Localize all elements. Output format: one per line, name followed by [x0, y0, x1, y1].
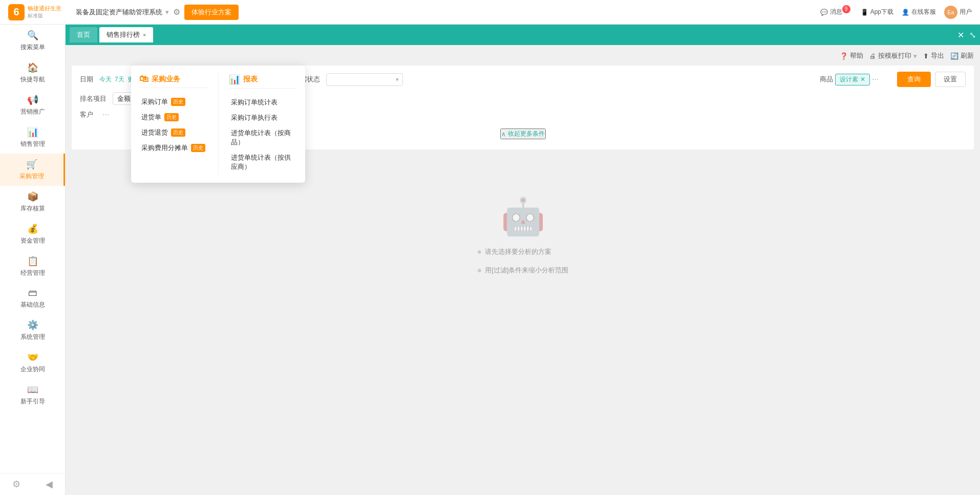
history-badge-4: 历史	[191, 144, 205, 152]
top-bar: 6 畅捷通好生意 标准版 装备及固定资产辅助管理系统 ▾ ⚙ 体验行业方案 💬 …	[0, 0, 980, 25]
collapse-btn[interactable]: ∧ 收起更多条件	[500, 128, 546, 139]
sidebar-item-collab[interactable]: 🤝 企业协同	[0, 347, 65, 379]
menu-item-goods-return-label: 进货退货	[141, 128, 168, 137]
sidebar-item-label: 库存核算	[20, 204, 45, 213]
menu-item-goods-receipt[interactable]: 进货单 历史	[139, 110, 208, 125]
notice-label: 消息	[830, 8, 842, 16]
collapse-icon: ∧	[501, 131, 506, 138]
top-bar-actions: 💬 消息 9 📱 App下载 👤 在线客服 Ea 用户	[820, 6, 972, 19]
tab-home-label: 首页	[77, 30, 90, 39]
system-title: 装备及固定资产辅助管理系统	[76, 8, 162, 17]
export-icon: ⬆	[923, 52, 929, 60]
tab-home[interactable]: 首页	[70, 27, 97, 42]
goods-tag-close[interactable]: ✕	[860, 76, 865, 83]
goods-label: 商品	[820, 75, 833, 84]
basic-info-icon: 🗃	[28, 288, 37, 298]
date-label: 日期	[80, 75, 93, 84]
menu-item-goods-return[interactable]: 进货退货 历史	[139, 125, 208, 140]
sidebar-item-sales[interactable]: 📊 销售管理	[0, 121, 65, 154]
purchase-menu-icon: 🛍	[139, 74, 148, 84]
logo-icon: 6	[8, 4, 25, 20]
goods-ellipsis-btn[interactable]: ···	[872, 75, 879, 84]
sidebar-item-label: 资金管理	[20, 236, 45, 245]
management-icon: 📋	[27, 255, 38, 267]
history-badge-1: 历史	[171, 98, 185, 106]
toolbar-area: ❓ 帮助 🖨 按模板打印 ▾ ⬆ 导出 🔄 刷新	[72, 51, 974, 60]
sidebar-item-label: 经营管理	[20, 269, 45, 277]
menu-item-goods-receipt-label: 进货单	[141, 113, 161, 122]
sidebar-item-label: 快捷导航	[20, 75, 45, 84]
print-dropdown-icon[interactable]: ▾	[913, 52, 917, 60]
collapse-sidebar-icon[interactable]: ◀	[46, 479, 53, 490]
history-badge-2: 历史	[164, 113, 179, 121]
menu-item-purchase-order-stats[interactable]: 采购订单统计表	[229, 95, 297, 110]
gear-icon[interactable]: ⚙	[173, 7, 180, 17]
menu-item-purchase-order-stats-label: 采购订单统计表	[231, 98, 278, 107]
query-action-area: 查询 设置	[897, 72, 966, 87]
app-download-btn[interactable]: 📱 App下载	[861, 8, 893, 16]
customer-ellipsis-btn[interactable]: ···	[102, 110, 109, 119]
query-btn[interactable]: 查询	[897, 72, 931, 87]
sidebar: 🔍 搜索菜单 🏠 快捷导航 📢 营销推广 📊 销售管理 🛒 采购管理 📦	[0, 25, 66, 495]
collab-icon: 🤝	[27, 352, 38, 363]
sidebar-item-label: 系统管理	[20, 333, 45, 341]
menu-item-purchase-order[interactable]: 采购订单 历史	[139, 94, 208, 110]
sidebar-item-nav[interactable]: 🏠 快捷导航	[0, 57, 65, 89]
notice-badge: 9	[842, 5, 850, 13]
tab-sales-ranking[interactable]: 销售排行榜 ×	[99, 27, 153, 42]
empty-hint-2-text: 用[过滤]条件来缩小分析范围	[485, 264, 568, 277]
print-icon: 🖨	[869, 52, 876, 60]
sidebar-item-inventory[interactable]: 📦 库存核算	[0, 186, 65, 218]
doc-status-select-wrap	[326, 73, 403, 86]
rank-label: 排名项目	[80, 94, 106, 103]
logo-area: 6 畅捷通好生意 标准版	[8, 4, 70, 20]
empty-illustration: 🤖	[501, 196, 545, 238]
menu-item-purchase-fee[interactable]: 采购费用分摊单 历史	[139, 140, 208, 156]
menu-item-goods-stats-by-supplier[interactable]: 进货单统计表（按供应商）	[229, 150, 297, 175]
date-shortcut-7days[interactable]: 7天	[115, 75, 124, 84]
sidebar-item-management[interactable]: 📋 经营管理	[0, 250, 65, 283]
purchase-icon: 🛒	[26, 159, 37, 170]
menu-item-goods-stats-by-goods[interactable]: 进货单统计表（按商品）	[229, 125, 297, 150]
user-btn[interactable]: Ea 用户	[944, 6, 972, 19]
notice-btn[interactable]: 💬 消息 9	[820, 8, 853, 16]
sidebar-item-search[interactable]: 🔍 搜索菜单	[0, 25, 65, 57]
search-icon: 🔍	[27, 30, 38, 41]
menu-item-purchase-fee-label: 采购费用分摊单	[141, 143, 188, 153]
menu-item-purchase-order-exec-label: 采购订单执行表	[231, 113, 278, 122]
tab-sales-ranking-label: 销售排行榜	[106, 30, 140, 39]
sidebar-item-purchase[interactable]: 🛒 采购管理	[0, 154, 65, 186]
export-btn[interactable]: ⬆ 导出	[923, 51, 944, 60]
sidebar-item-marketing[interactable]: 📢 营销推广	[0, 89, 65, 121]
date-shortcut-today[interactable]: 今天	[99, 75, 112, 84]
menu-col-reports-label: 报表	[243, 75, 258, 84]
industry-btn[interactable]: 体验行业方案	[184, 5, 239, 20]
tab-close-btn[interactable]: ×	[143, 32, 146, 38]
sidebar-item-basic-info[interactable]: 🗃 基础信息	[0, 283, 65, 314]
print-btn[interactable]: 🖨 按模板打印 ▾	[869, 51, 917, 60]
content-body: ❓ 帮助 🖨 按模板打印 ▾ ⬆ 导出 🔄 刷新	[66, 45, 980, 495]
doc-status-select[interactable]	[326, 73, 403, 86]
menu-col-reports: 📊 报表 采购订单统计表 采购订单执行表 进货单统计表（按商品）	[229, 74, 297, 175]
dropdown-arrow-icon[interactable]: ▾	[165, 8, 169, 16]
bullet-2: ●	[477, 262, 482, 278]
tab-close-icon[interactable]: ✕	[957, 30, 964, 40]
service-btn[interactable]: 👤 在线客服	[902, 8, 936, 16]
sidebar-item-guide[interactable]: 📖 新手引导	[0, 379, 65, 411]
menu-item-purchase-order-label: 采购订单	[141, 97, 168, 106]
refresh-btn[interactable]: 🔄 刷新	[950, 51, 974, 60]
goods-filter-area: 商品 设计素 ✕ ···	[820, 74, 879, 85]
main-area: 🔍 搜索菜单 🏠 快捷导航 📢 营销推广 📊 销售管理 🛒 采购管理 📦	[0, 25, 980, 495]
set-btn[interactable]: 设置	[935, 72, 966, 87]
sidebar-item-label: 企业协同	[20, 365, 45, 374]
help-btn[interactable]: ❓ 帮助	[840, 51, 863, 60]
sidebar-item-finance[interactable]: 💰 资金管理	[0, 218, 65, 250]
settings-bottom-icon[interactable]: ⚙	[12, 479, 20, 490]
tab-bar: 首页 销售排行榜 × ✕ ⤡	[66, 25, 980, 45]
menu-item-purchase-order-exec[interactable]: 采购订单执行表	[229, 110, 297, 125]
finance-icon: 💰	[27, 223, 38, 234]
sidebar-item-system[interactable]: ⚙️ 系统管理	[0, 314, 65, 347]
empty-hint-1-text: 请先选择要分析的方案	[485, 245, 551, 259]
marketing-icon: 📢	[27, 94, 38, 105]
tab-maximize-icon[interactable]: ⤡	[969, 30, 976, 40]
